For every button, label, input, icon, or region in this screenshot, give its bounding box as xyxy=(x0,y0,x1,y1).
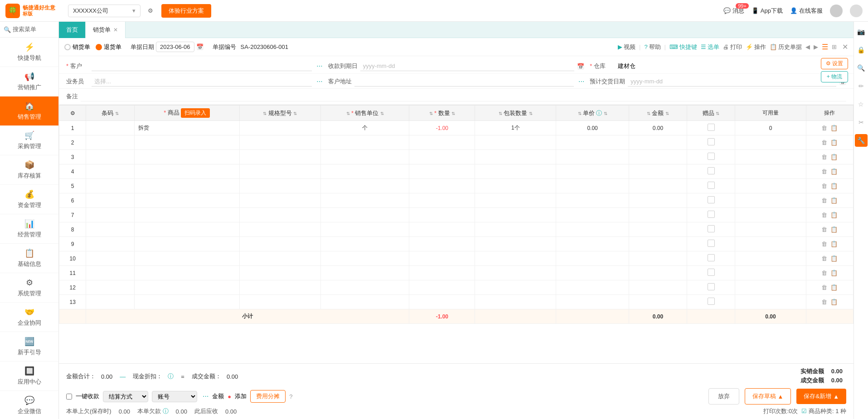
row-qty[interactable] xyxy=(409,237,475,251)
sidebar-item-guide[interactable]: 🆕 新手引导 xyxy=(0,332,58,361)
row-product[interactable] xyxy=(134,150,239,164)
online-service-btn[interactable]: 👤 在线客服 xyxy=(790,7,823,15)
row-price[interactable] xyxy=(556,251,629,266)
grid-view-icon[interactable]: ⊞ xyxy=(832,43,837,50)
close-form-icon[interactable]: ✕ xyxy=(842,43,848,51)
tab-sales-order[interactable]: 销货单 ✕ xyxy=(85,22,126,38)
sidebar-item-apps[interactable]: 🔲 应用中心 xyxy=(0,361,58,391)
copy-icon[interactable]: 📋 xyxy=(830,226,838,233)
company-selector[interactable]: XXXXXX公司 ▾ xyxy=(68,5,141,17)
arrears-info-icon[interactable]: ⓘ xyxy=(163,408,169,414)
row-gift[interactable] xyxy=(687,121,735,135)
delete-icon[interactable]: 🗑 xyxy=(821,125,827,131)
row-qty[interactable] xyxy=(409,135,475,150)
abandon-btn[interactable]: 放弃 xyxy=(708,388,739,405)
row-unit[interactable] xyxy=(320,150,409,164)
video-btn[interactable]: ▶ 视频 xyxy=(618,43,635,51)
salesperson-more-icon[interactable]: ··· xyxy=(316,77,322,86)
row-spec[interactable] xyxy=(239,135,320,150)
row-pkg-qty[interactable] xyxy=(475,251,556,266)
row-product[interactable]: 拆货 xyxy=(134,121,239,135)
history-btn[interactable]: 📋 历史单据 xyxy=(770,43,802,51)
row-pkg-qty[interactable] xyxy=(475,193,556,208)
row-price[interactable] xyxy=(556,193,629,208)
checkbox-icon[interactable]: ☑ xyxy=(801,408,807,414)
delete-icon[interactable]: 🗑 xyxy=(821,284,827,291)
list-view-icon[interactable]: ☰ xyxy=(822,43,828,51)
row-product[interactable] xyxy=(134,266,239,280)
right-panel-tool-icon[interactable]: 🔧 xyxy=(855,134,868,147)
row-gift[interactable] xyxy=(687,251,735,266)
row-price[interactable] xyxy=(556,150,629,164)
row-spec[interactable] xyxy=(239,208,320,222)
expense-split-btn[interactable]: 费用分摊 xyxy=(250,390,286,403)
settlement-method-select[interactable]: 结算方式 xyxy=(103,391,148,402)
row-qty[interactable] xyxy=(409,280,475,295)
radio-sales-order[interactable]: 销货单 xyxy=(64,43,90,51)
row-unit[interactable] xyxy=(320,164,409,179)
row-amount[interactable] xyxy=(629,222,687,237)
delete-icon[interactable]: 🗑 xyxy=(821,154,827,160)
row-spec[interactable] xyxy=(239,121,320,135)
salesperson-input[interactable] xyxy=(92,77,312,87)
row-spec[interactable] xyxy=(239,237,320,251)
row-unit[interactable] xyxy=(320,193,409,208)
add-label[interactable]: 添加 xyxy=(235,392,247,400)
row-price[interactable] xyxy=(556,222,629,237)
row-pkg-qty[interactable] xyxy=(475,208,556,222)
note-input[interactable] xyxy=(81,92,846,101)
row-pkg-qty[interactable] xyxy=(475,237,556,251)
row-qty[interactable] xyxy=(409,193,475,208)
row-amount[interactable] xyxy=(629,208,687,222)
row-pkg-qty[interactable] xyxy=(475,135,556,150)
nav-next-icon[interactable]: ▶ xyxy=(814,43,818,50)
row-price[interactable] xyxy=(556,280,629,295)
shortcut-btn[interactable]: ⌨ 快捷键 xyxy=(669,43,697,51)
settings-btn[interactable]: ⚙ 设置 xyxy=(821,58,848,69)
row-gift[interactable] xyxy=(687,164,735,179)
logistics-btn[interactable]: + 物流 xyxy=(821,71,848,82)
select-btn[interactable]: ☰ 选单 xyxy=(701,43,719,51)
row-unit[interactable] xyxy=(320,222,409,237)
row-unit[interactable] xyxy=(320,266,409,280)
row-product[interactable] xyxy=(134,193,239,208)
row-unit[interactable] xyxy=(320,135,409,150)
sidebar-item-operations[interactable]: 📊 经营管理 xyxy=(0,214,58,244)
row-price[interactable] xyxy=(556,208,629,222)
row-qty[interactable] xyxy=(409,222,475,237)
sidebar-item-enterprise[interactable]: 🤝 企业协同 xyxy=(0,303,58,332)
row-barcode[interactable] xyxy=(86,222,134,237)
row-spec[interactable] xyxy=(239,266,320,280)
avatar-2[interactable] xyxy=(850,5,863,17)
add-payment-btn[interactable]: ● xyxy=(228,393,231,400)
row-price[interactable] xyxy=(556,266,629,280)
sidebar-item-basic-info[interactable]: 📋 基础信息 xyxy=(0,244,58,273)
row-qty[interactable] xyxy=(409,208,475,222)
row-product[interactable] xyxy=(134,179,239,193)
row-pkg-qty[interactable]: 1个 xyxy=(475,121,556,135)
row-barcode[interactable] xyxy=(86,179,134,193)
row-product[interactable] xyxy=(134,222,239,237)
delete-icon[interactable]: 🗑 xyxy=(821,183,827,189)
row-spec[interactable] xyxy=(239,295,320,309)
settings-icon[interactable]: ⚙ xyxy=(143,4,158,18)
help-btn[interactable]: ? 帮助 xyxy=(644,43,660,51)
row-unit[interactable] xyxy=(320,179,409,193)
customer-input[interactable] xyxy=(92,61,312,71)
delete-icon[interactable]: 🗑 xyxy=(821,226,827,233)
row-gift[interactable] xyxy=(687,150,735,164)
row-amount[interactable] xyxy=(629,280,687,295)
sidebar-item-marketing[interactable]: 📢 营销推广 xyxy=(0,67,58,96)
tab-home[interactable]: 首页 xyxy=(59,22,85,38)
sidebar-item-sales[interactable]: 🏠 销售管理 xyxy=(0,96,58,126)
row-price[interactable] xyxy=(556,164,629,179)
copy-icon[interactable]: 📋 xyxy=(830,299,838,305)
message-btn[interactable]: 💬 消息 99+ xyxy=(723,7,744,15)
save-new-btn[interactable]: 保存&新增 ▲ xyxy=(796,389,846,404)
row-product[interactable] xyxy=(134,251,239,266)
date-input[interactable]: 2023-06-06 xyxy=(156,42,194,52)
row-spec[interactable] xyxy=(239,150,320,164)
row-qty[interactable] xyxy=(409,295,475,309)
delete-icon[interactable]: 🗑 xyxy=(821,270,827,276)
copy-icon[interactable]: 📋 xyxy=(830,154,838,160)
